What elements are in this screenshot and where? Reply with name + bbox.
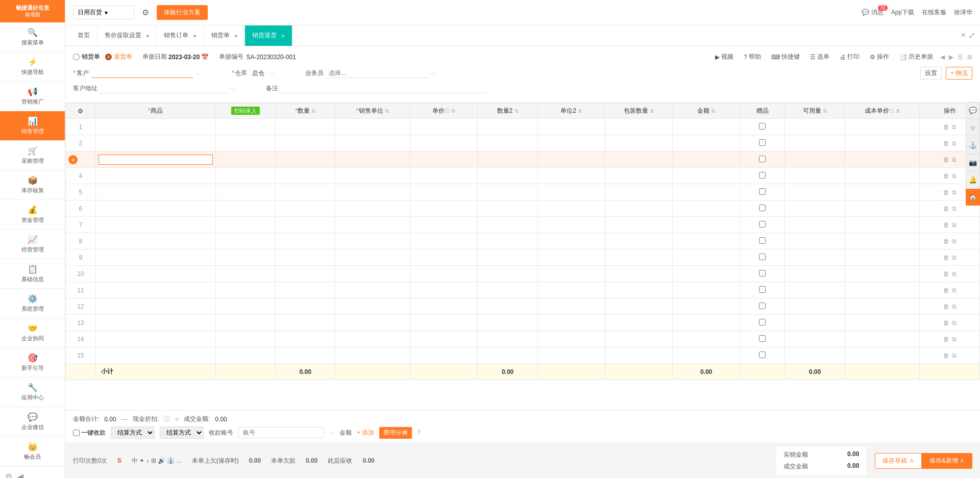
qty2-cell[interactable]	[478, 135, 537, 152]
fee-split-btn[interactable]: 费用分摊	[379, 427, 412, 439]
sidebar-item-purchase[interactable]: 🛒 采购管理	[0, 141, 65, 170]
calendar-icon[interactable]: 📅	[201, 54, 209, 61]
unit2-cell[interactable]	[537, 217, 605, 233]
qty-cell[interactable]	[276, 135, 335, 152]
delete-row-btn[interactable]: 🗑	[943, 123, 949, 131]
amount-cell[interactable]	[673, 200, 740, 217]
one-click-pay-input[interactable]	[73, 430, 80, 436]
amount-cell[interactable]	[673, 298, 740, 315]
qty-cell[interactable]	[276, 233, 335, 249]
radio-sales-label[interactable]: 销货单	[73, 53, 100, 61]
delete-row-btn[interactable]: 🗑	[943, 140, 949, 147]
unit2-cell[interactable]	[537, 266, 605, 282]
customer-input[interactable]	[91, 68, 193, 78]
pack-cell[interactable]	[605, 152, 672, 168]
pack-cell[interactable]	[605, 266, 672, 282]
pack-cell[interactable]	[605, 233, 672, 249]
pack-cell[interactable]	[605, 315, 672, 331]
unit-cell[interactable]	[335, 217, 410, 233]
delete-row-btn[interactable]: 🗑	[943, 319, 949, 326]
gift-checkbox[interactable]	[759, 237, 766, 244]
copy-row-btn[interactable]: ⧉	[952, 287, 957, 294]
qty2-cell[interactable]	[478, 200, 537, 217]
price-cell[interactable]	[410, 119, 478, 135]
gift-checkbox[interactable]	[759, 319, 766, 325]
product-cell[interactable]	[95, 168, 215, 184]
pack-cell[interactable]	[605, 282, 672, 298]
help-btn[interactable]: ? 帮助	[741, 51, 764, 63]
category-select[interactable]: 日用百货 ▾	[73, 6, 134, 19]
account-dots[interactable]: ···	[329, 429, 334, 436]
qty2-cell[interactable]	[478, 331, 537, 347]
qty2-cell[interactable]	[478, 217, 537, 233]
account-input[interactable]	[238, 427, 324, 438]
gift-cell[interactable]	[740, 233, 785, 249]
online-support-btn[interactable]: 在线客服	[922, 8, 946, 17]
sidebar-item-inventory[interactable]: 📦 库存核算	[0, 170, 65, 200]
tab-sales-order[interactable]: 销售订单 ×	[157, 26, 204, 46]
pack-cell[interactable]	[605, 119, 672, 135]
col-price[interactable]: 单价ⓘ	[410, 104, 478, 119]
salesperson-dots[interactable]: ···	[431, 70, 436, 77]
gift-cell[interactable]	[740, 135, 785, 152]
unit-cell[interactable]	[335, 168, 410, 184]
price-cell[interactable]	[410, 217, 478, 233]
copy-row-btn[interactable]: ⧉	[952, 254, 957, 261]
product-cell[interactable]	[95, 347, 215, 364]
qty2-cell[interactable]	[478, 315, 537, 331]
qty2-cell[interactable]	[478, 298, 537, 315]
tab-price-setup-close-icon[interactable]: ×	[146, 33, 149, 39]
pack-cell[interactable]	[605, 200, 672, 217]
sidebar-collapse-icon[interactable]: ◀	[17, 472, 23, 478]
sidebar-item-sales[interactable]: 📊 销售管理	[0, 111, 65, 141]
delete-row-btn[interactable]: 🗑	[943, 336, 949, 343]
save-draft-btn[interactable]: 保存草稿 ∧	[875, 453, 921, 469]
product-input[interactable]	[99, 155, 213, 165]
unit2-cell[interactable]	[537, 152, 605, 168]
gift-cell[interactable]	[740, 347, 785, 364]
amount-cell[interactable]	[673, 331, 740, 347]
pack-cell[interactable]	[605, 347, 672, 364]
right-btn-6[interactable]: 🏠	[966, 189, 980, 206]
product-cell[interactable]	[95, 200, 215, 217]
price-cell[interactable]	[410, 233, 478, 249]
gift-checkbox[interactable]	[759, 270, 766, 276]
tab-price-setup[interactable]: 售价提取设置 ×	[97, 26, 157, 46]
setup-btn[interactable]: 设置	[920, 67, 942, 80]
gift-cell[interactable]	[740, 200, 785, 217]
right-btn-1[interactable]: 💬	[966, 102, 980, 119]
qty-cell[interactable]	[276, 168, 335, 184]
operation-btn[interactable]: ⚙ 操作	[867, 51, 892, 63]
product-cell[interactable]	[95, 266, 215, 282]
unit2-cell[interactable]	[537, 184, 605, 200]
product-cell[interactable]	[95, 249, 215, 266]
video-btn[interactable]: ▶ 视频	[712, 51, 737, 63]
qty2-cell[interactable]	[478, 282, 537, 298]
gift-cell[interactable]	[740, 152, 785, 168]
amount-cell[interactable]	[673, 249, 740, 266]
price-cell[interactable]	[410, 282, 478, 298]
gift-cell[interactable]	[740, 217, 785, 233]
gift-cell[interactable]	[740, 119, 785, 135]
copy-row-btn[interactable]: ⧉	[952, 270, 957, 278]
gift-cell[interactable]	[740, 315, 785, 331]
gift-checkbox[interactable]	[759, 335, 766, 342]
add-row-btn[interactable]: +	[68, 155, 78, 164]
message-btn[interactable]: 💬 70 消息	[862, 8, 883, 17]
qty-cell[interactable]	[276, 217, 335, 233]
copy-row-btn[interactable]: ⧉	[952, 189, 957, 196]
amount-cell[interactable]	[673, 266, 740, 282]
tab-sales-delivery[interactable]: 销货单 ×	[204, 26, 245, 46]
sidebar-item-guide[interactable]: 🎯 新手引导	[0, 348, 65, 378]
sidebar-item-apps[interactable]: 🔧 应用中心	[0, 378, 65, 407]
add-fee-btn[interactable]: + 添加	[357, 429, 374, 437]
price-cell[interactable]	[410, 249, 478, 266]
col-gear[interactable]: ⚙	[66, 104, 96, 119]
radio-sales[interactable]	[73, 54, 80, 60]
discount-info-icon[interactable]: ⓘ	[164, 415, 170, 423]
right-btn-5[interactable]: 🔔	[966, 171, 980, 188]
col-pack-qty[interactable]: 包装数量	[605, 104, 672, 119]
qty2-cell[interactable]	[478, 152, 537, 168]
copy-row-btn[interactable]: ⧉	[952, 172, 957, 180]
history-btn[interactable]: 📑 历史单据	[896, 51, 936, 63]
